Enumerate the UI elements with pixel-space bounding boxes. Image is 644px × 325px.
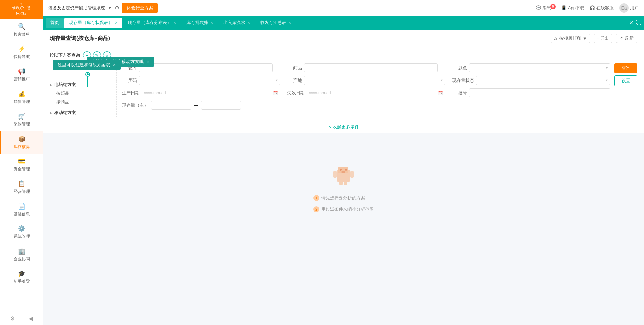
origin-select[interactable] bbox=[304, 76, 445, 85]
svg-point-4 bbox=[340, 169, 342, 171]
sidebar-logo: 6 畅通好生意 标准版 bbox=[0, 0, 43, 19]
collapse-sidebar-icon[interactable]: ◀ bbox=[29, 315, 33, 322]
tab-close-inventory-status[interactable]: ✕ bbox=[115, 21, 118, 25]
sidebar-item-purchase[interactable]: 🛒 采购管理 bbox=[0, 109, 43, 131]
expiry-date-input[interactable]: yyyy-mm-dd 📅 bbox=[307, 89, 445, 97]
user-item[interactable]: Ea 用户 bbox=[619, 3, 639, 13]
enterprise-icon: 🏢 bbox=[18, 248, 25, 255]
reset-button[interactable]: 设置 bbox=[614, 75, 637, 86]
export-button[interactable]: ↑ 导出 bbox=[594, 34, 612, 43]
sidebar-item-quick-nav[interactable]: ⚡ 快捷导航 bbox=[0, 41, 43, 64]
sidebar-item-basic-info[interactable]: 📄 基础信息 bbox=[0, 199, 43, 221]
online-support-item[interactable]: 🎧 在线客服 bbox=[590, 5, 614, 11]
tab-close-collect-summary[interactable]: ✕ bbox=[288, 21, 291, 25]
settings-icon[interactable]: ⚙ bbox=[115, 5, 119, 11]
system-icon: ⚙️ bbox=[18, 225, 25, 232]
sidebar-item-marketing[interactable]: 📢 营销推广 bbox=[0, 64, 43, 86]
sidebar-item-label: 快捷导航 bbox=[14, 54, 30, 60]
filter-grid-row1: 仓库 ··· 商品 ··· bbox=[122, 63, 610, 72]
sidebar-item-guide[interactable]: 🎓 新手引导 bbox=[0, 266, 43, 288]
app-download-item[interactable]: 📱 App下载 bbox=[561, 5, 584, 11]
batch-input[interactable] bbox=[469, 88, 610, 97]
sidebar-item-search[interactable]: 🔍 搜索菜单 bbox=[0, 19, 43, 41]
collapse-row[interactable]: ∧ 收起更多条件 bbox=[43, 121, 644, 133]
tab-close-all-icon[interactable]: ✕ bbox=[629, 20, 633, 26]
tab-maximize-icon[interactable]: ⛶ bbox=[636, 20, 641, 26]
connector-line bbox=[87, 76, 88, 87]
color-field: 颜色 bbox=[452, 63, 610, 72]
logo-icon: 6 bbox=[16, 3, 27, 5]
avatar-initials: Ea bbox=[621, 5, 627, 11]
mobile-scheme-item[interactable]: ▶ 移动端方案 bbox=[50, 108, 111, 117]
tab-inventory-status-label: 现存量（库存状况表） bbox=[69, 20, 113, 26]
svg-rect-10 bbox=[344, 182, 347, 185]
operations-icon: 📋 bbox=[18, 180, 25, 187]
filter-fields: 仓库 ··· 商品 ··· bbox=[117, 63, 637, 117]
filter-label: 按以下方案查询 bbox=[50, 52, 80, 58]
notification-item[interactable]: 💬 消息 6 bbox=[536, 5, 556, 11]
page-title: 现存量查询(按仓库+商品) bbox=[50, 35, 110, 42]
goods-dots[interactable]: ··· bbox=[440, 65, 445, 71]
sidebar-item-label: 经营管理 bbox=[14, 189, 30, 195]
sidebar-item-label: 销售管理 bbox=[14, 99, 30, 105]
expiry-date-calendar-icon[interactable]: 📅 bbox=[438, 91, 443, 95]
scheme-sub-item-2[interactable]: 按商品 bbox=[50, 98, 111, 106]
mobile-tree-expand-icon: ▶ bbox=[50, 111, 52, 115]
warehouse-input[interactable] bbox=[139, 63, 273, 72]
scheme-popup-close[interactable]: ✕ bbox=[146, 59, 150, 64]
size-select[interactable] bbox=[139, 76, 280, 85]
tooltip-popup-close[interactable]: ✕ bbox=[113, 63, 116, 67]
empty-illustration bbox=[330, 160, 357, 187]
scheme-sub-item-1[interactable]: 按照品 bbox=[50, 89, 111, 98]
color-select[interactable] bbox=[469, 63, 610, 72]
production-date-calendar-icon[interactable]: 📅 bbox=[273, 91, 278, 95]
finance-icon: 💳 bbox=[18, 158, 25, 165]
tab-inventory-status[interactable]: 现存量（库存状况表） ✕ bbox=[64, 18, 122, 28]
size-select-wrap bbox=[139, 76, 280, 85]
scheme-sub-label-2: 按商品 bbox=[56, 99, 69, 105]
page-header: 现存量查询(按仓库+商品) 🖨 按模板打印 ▼ ↑ 导出 ↻ 刷新 bbox=[43, 30, 644, 47]
tab-batch-ledger[interactable]: 库存批次账 ✕ bbox=[182, 18, 218, 28]
sidebar-item-system[interactable]: ⚙️ 系统管理 bbox=[0, 221, 43, 243]
stock-status-select[interactable] bbox=[476, 76, 610, 85]
tab-inout-flow[interactable]: 出入库流水 ✕ bbox=[219, 18, 255, 28]
content-area: 现存量查询(按仓库+商品) 🖨 按模板打印 ▼ ↑ 导出 ↻ 刷新 bbox=[43, 30, 644, 325]
desktop-scheme-item[interactable]: ▶ 电脑端方案 bbox=[50, 80, 111, 89]
warehouse-dots[interactable]: ··· bbox=[275, 65, 280, 71]
sidebar-item-enterprise[interactable]: 🏢 企业协同 bbox=[0, 243, 43, 266]
stock-status-select-wrap bbox=[476, 76, 610, 85]
query-button[interactable]: 查询 bbox=[614, 63, 637, 73]
tab-close-inventory-dist[interactable]: ✕ bbox=[173, 21, 176, 25]
tree-expand-icon: ▶ bbox=[50, 83, 52, 87]
production-date-input[interactable]: yyyy-mm-dd 📅 bbox=[142, 89, 280, 97]
avatar: Ea bbox=[619, 3, 629, 13]
settings-bottom-icon[interactable]: ⚙ bbox=[10, 315, 15, 322]
sidebar-item-label: 营销推广 bbox=[14, 76, 30, 82]
tab-close-batch-ledger[interactable]: ✕ bbox=[210, 21, 213, 25]
sidebar-item-finance[interactable]: 💳 资金管理 bbox=[0, 154, 43, 176]
stock-main-from-input[interactable] bbox=[151, 101, 191, 110]
tab-batch-ledger-label: 库存批次账 bbox=[186, 20, 208, 26]
tab-collect-summary[interactable]: 收发存汇总表 ✕ bbox=[256, 18, 296, 28]
mobile-scheme-label: 移动端方案 bbox=[54, 110, 76, 116]
sidebar-item-operations[interactable]: 📋 经营管理 bbox=[0, 176, 43, 199]
app-download-label: App下载 bbox=[568, 5, 584, 11]
tab-inventory-dist[interactable]: 现存量（库存分布表） ✕ bbox=[123, 18, 181, 28]
system-dropdown-icon[interactable]: ▼ bbox=[108, 5, 112, 10]
tab-close-inout-flow[interactable]: ✕ bbox=[247, 21, 250, 25]
sidebar-item-sales[interactable]: 💰 销售管理 bbox=[0, 86, 43, 109]
refresh-button[interactable]: ↻ 刷新 bbox=[616, 34, 637, 43]
tab-home[interactable]: 首页 bbox=[46, 18, 64, 28]
template-print-button[interactable]: 🖨 按模板打印 ▼ bbox=[551, 34, 590, 43]
sidebar-item-inventory[interactable]: 📦 库存核算 bbox=[0, 131, 43, 154]
experience-button[interactable]: 体验行业方案 bbox=[122, 3, 158, 13]
filter-grid-row2: 尺码 产地 bbox=[122, 76, 610, 85]
stock-main-to-input[interactable] bbox=[201, 101, 241, 110]
svg-rect-6 bbox=[341, 171, 345, 173]
goods-input[interactable] bbox=[304, 63, 438, 72]
headset-icon: 🎧 bbox=[590, 5, 595, 10]
phone-icon: 📱 bbox=[561, 5, 567, 10]
expiry-date-label: 失效日期 bbox=[287, 90, 305, 96]
empty-step2: 2 用过滤条件来缩小分析范围 bbox=[313, 205, 374, 214]
system-name: 装备及固定资产辅助管理系统 bbox=[48, 5, 105, 11]
